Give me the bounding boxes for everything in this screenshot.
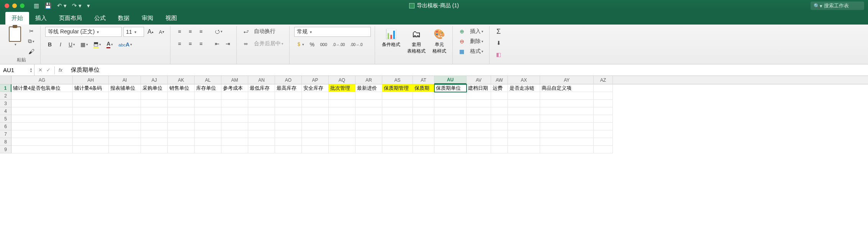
cell-AZ4[interactable]	[594, 107, 613, 115]
cell-AU6[interactable]	[434, 123, 467, 130]
cell-AZ1[interactable]	[594, 84, 613, 92]
border-button[interactable]: ▦	[79, 40, 90, 49]
cell-AV9[interactable]	[467, 146, 491, 153]
cell-AY2[interactable]	[540, 92, 594, 100]
cell-AL6[interactable]	[195, 123, 221, 130]
cell-AK3[interactable]	[168, 100, 195, 107]
cell-AJ1[interactable]: 采购单位	[141, 84, 168, 92]
cell-AU4[interactable]	[434, 107, 467, 115]
column-header-AM[interactable]: AM	[221, 76, 248, 84]
cell-AP3[interactable]	[302, 100, 329, 107]
undo-icon[interactable]: ↶ ▾	[57, 2, 67, 9]
cell-AT2[interactable]	[413, 92, 434, 100]
cell-AZ9[interactable]	[594, 146, 613, 153]
cell-AG3[interactable]	[11, 100, 73, 107]
cell-AO2[interactable]	[275, 92, 302, 100]
cell-AZ6[interactable]	[594, 123, 613, 130]
cell-AG8[interactable]	[11, 138, 73, 146]
cell-AX5[interactable]	[508, 115, 540, 123]
cell-AV5[interactable]	[467, 115, 491, 123]
row-header-2[interactable]: 2	[0, 92, 11, 100]
phonetic-button[interactable]: abcA	[116, 40, 134, 49]
format-painter-button[interactable]	[26, 47, 36, 56]
cell-AM4[interactable]	[221, 107, 248, 115]
cell-AG2[interactable]	[11, 92, 73, 100]
cell-AT6[interactable]	[413, 123, 434, 130]
cell-AR1[interactable]: 最新进价	[355, 84, 382, 92]
fx-icon[interactable]: fx	[59, 67, 62, 73]
cell-AV4[interactable]	[467, 107, 491, 115]
cell-AP9[interactable]	[302, 146, 329, 153]
cell-AR2[interactable]	[355, 92, 382, 100]
cell-AK7[interactable]	[168, 130, 195, 138]
column-header-AZ[interactable]: AZ	[594, 76, 613, 84]
row-header-7[interactable]: 7	[0, 130, 11, 138]
cell-AM2[interactable]	[221, 92, 248, 100]
cell-AV8[interactable]	[467, 138, 491, 146]
cell-AP1[interactable]: 安全库存	[302, 84, 329, 92]
cell-AT3[interactable]	[413, 100, 434, 107]
cell-AO9[interactable]	[275, 146, 302, 153]
cell-AX2[interactable]	[508, 92, 540, 100]
cell-AV6[interactable]	[467, 123, 491, 130]
cell-AQ3[interactable]	[329, 100, 355, 107]
cell-AO7[interactable]	[275, 130, 302, 138]
clear-button[interactable]: ◧	[494, 50, 503, 59]
cell-AH9[interactable]	[73, 146, 109, 153]
cell-AW7[interactable]	[491, 130, 508, 138]
format-cells-button[interactable]: 格式	[468, 47, 485, 56]
cell-AH6[interactable]	[73, 123, 109, 130]
cell-AX9[interactable]	[508, 146, 540, 153]
cell-AT4[interactable]	[413, 107, 434, 115]
cell-AY7[interactable]	[540, 130, 594, 138]
cell-AN2[interactable]	[248, 92, 275, 100]
column-header-AJ[interactable]: AJ	[141, 76, 168, 84]
save-icon[interactable]: 💾	[44, 2, 52, 9]
tab-插入[interactable]: 插入	[29, 12, 53, 25]
tab-页面布局[interactable]: 页面布局	[53, 12, 88, 25]
cell-AN3[interactable]	[248, 100, 275, 107]
cell-AP4[interactable]	[302, 107, 329, 115]
search-sheet-input[interactable]: 🔍▾ 搜索工作表	[811, 2, 864, 10]
column-header-AN[interactable]: AN	[248, 76, 275, 84]
cell-AJ8[interactable]	[141, 138, 168, 146]
cell-AH3[interactable]	[73, 100, 109, 107]
cell-AT9[interactable]	[413, 146, 434, 153]
cell-AP7[interactable]	[302, 130, 329, 138]
percent-button[interactable]: %	[308, 40, 317, 49]
cell-AM9[interactable]	[221, 146, 248, 153]
cell-AG1[interactable]: 辅计量4是否包装单位	[11, 84, 73, 92]
comma-button[interactable]: 000	[318, 40, 329, 49]
cell-AU3[interactable]	[434, 100, 467, 107]
column-header-AP[interactable]: AP	[302, 76, 329, 84]
cell-AS3[interactable]	[382, 100, 413, 107]
cell-AJ7[interactable]	[141, 130, 168, 138]
cell-AL8[interactable]	[195, 138, 221, 146]
delete-cells-button[interactable]: 删除	[468, 37, 485, 46]
cell-AS9[interactable]	[382, 146, 413, 153]
minimize-window-button[interactable]	[12, 3, 17, 8]
column-header-AV[interactable]: AV	[467, 76, 491, 84]
cell-AI8[interactable]	[109, 138, 141, 146]
cell-AY6[interactable]	[540, 123, 594, 130]
cell-AY4[interactable]	[540, 107, 594, 115]
cell-AK1[interactable]: 销售单位	[168, 84, 195, 92]
row-header-1[interactable]: 1	[0, 84, 11, 92]
cell-AN5[interactable]	[248, 115, 275, 123]
cell-AX6[interactable]	[508, 123, 540, 130]
cell-AI1[interactable]: 报表辅单位	[109, 84, 141, 92]
cell-AZ2[interactable]	[594, 92, 613, 100]
cell-AS4[interactable]	[382, 107, 413, 115]
cell-AL7[interactable]	[195, 130, 221, 138]
cell-AP2[interactable]	[302, 92, 329, 100]
increase-font-button[interactable]: A▴	[146, 27, 156, 36]
formula-input[interactable]: 保质期单位	[68, 66, 868, 74]
cell-AW1[interactable]: 运费	[491, 84, 508, 92]
cell-AV3[interactable]	[467, 100, 491, 107]
column-header-AK[interactable]: AK	[168, 76, 195, 84]
cell-AL9[interactable]	[195, 146, 221, 153]
cancel-formula-button[interactable]: ✕	[38, 67, 43, 73]
cell-AW5[interactable]	[491, 115, 508, 123]
cell-AS5[interactable]	[382, 115, 413, 123]
column-header-AS[interactable]: AS	[382, 76, 413, 84]
